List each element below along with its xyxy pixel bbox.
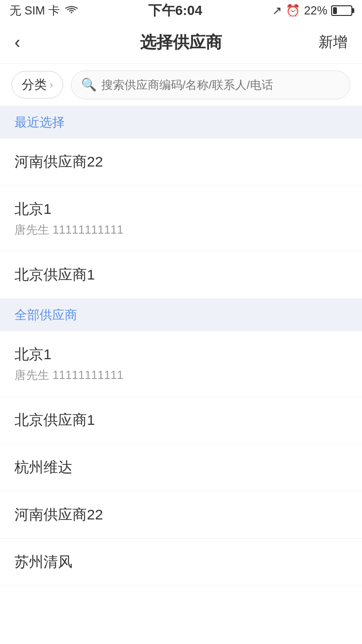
item-name: 北京1 [14,199,348,219]
list-item[interactable]: 北京1唐先生 11111111111 [0,186,362,252]
sim-indicator: 无 SIM 卡 [10,3,60,18]
chevron-right-icon: › [50,79,53,90]
list-item[interactable]: 北京供应商1 [0,252,362,299]
list-item[interactable]: 苏州清风 [0,539,362,586]
nav-bar: ‹ 选择供应商 新增 [0,21,362,64]
battery-icon [331,5,352,16]
item-name: 苏州清风 [14,552,348,572]
location-icon: ↗ [272,4,282,17]
status-right: ↗ ⏰ 22% [272,4,352,17]
item-sub: 唐先生 11111111111 [14,222,348,238]
recent-section-header: 最近选择 [0,106,362,139]
alarm-icon: ⏰ [286,4,300,17]
item-sub: 唐先生 11111111111 [14,367,348,383]
search-icon: 🔍 [81,77,97,92]
wifi-icon [65,4,78,17]
status-bar: 无 SIM 卡 下午6:04 ↗ ⏰ 22% [0,0,362,21]
item-name: 河南供应商22 [14,505,348,525]
all-suppliers-list: 北京1唐先生 11111111111北京供应商1杭州维达河南供应商22苏州清风 [0,331,362,586]
all-section-header: 全部供应商 [0,299,362,331]
search-input[interactable] [101,78,340,92]
page-title: 选择供应商 [43,31,319,54]
status-time: 下午6:04 [148,1,202,20]
category-label: 分类 [22,76,47,93]
item-name: 北京供应商1 [14,265,348,285]
list-item[interactable]: 北京1唐先生 11111111111 [0,331,362,397]
search-box: 🔍 [71,70,350,99]
list-item[interactable]: 河南供应商22 [0,491,362,539]
recent-section-label: 最近选择 [14,115,65,129]
all-section-label: 全部供应商 [14,308,77,322]
item-name: 杭州维达 [14,458,348,477]
list-item[interactable]: 杭州维达 [0,444,362,491]
filter-bar: 分类 › 🔍 [0,64,362,106]
status-left: 无 SIM 卡 [10,3,78,18]
recent-list: 河南供应商22北京1唐先生 11111111111北京供应商1 [0,139,362,299]
list-item[interactable]: 北京供应商1 [0,397,362,444]
list-item[interactable]: 河南供应商22 [0,139,362,186]
back-button[interactable]: ‹ [14,32,43,53]
item-name: 北京1 [14,345,348,364]
category-button[interactable]: 分类 › [12,71,63,98]
add-button[interactable]: 新增 [319,32,348,52]
item-name: 河南供应商22 [14,152,348,172]
item-name: 北京供应商1 [14,410,348,430]
battery-percent: 22% [304,4,327,17]
